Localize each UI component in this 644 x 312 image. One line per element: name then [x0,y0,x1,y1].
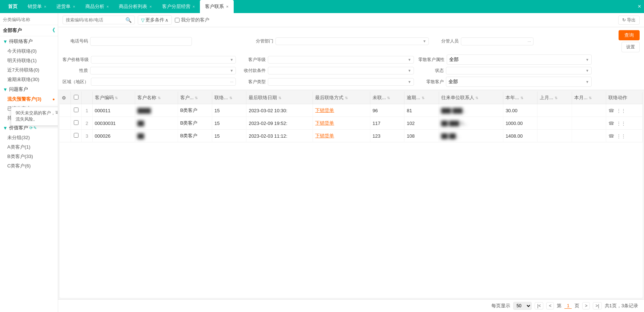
row-num: 3 [81,130,92,142]
filter-region-more[interactable]: ··· [230,80,233,84]
close-all-tabs[interactable]: × [638,3,641,10]
query-button[interactable]: 查询 [619,30,640,40]
filter-pay-terms-select[interactable]: ▼ [268,67,414,74]
row-checkbox[interactable] [71,117,81,130]
prev-page-btn[interactable]: < [546,302,554,309]
filter-phone-input[interactable] [90,37,192,46]
filter-dept-select[interactable]: ▼ [275,37,429,45]
group-value-edit-icon[interactable]: ✎ [33,126,37,130]
filter-person-select[interactable]: ··· [461,37,534,45]
sidebar-item-class-a[interactable]: A类客户(1) [0,142,58,152]
col-unit-contact[interactable]: 往来单位联系人 ⇅ [439,92,503,104]
action-contact-icon[interactable]: ☎ [608,108,614,113]
last-page-btn[interactable]: >| [593,302,601,309]
row-checkbox[interactable] [71,104,81,117]
row-code: 000026 [92,130,135,142]
export-button[interactable]: ↻ 导出 [618,16,640,25]
close-tab-analysis-list[interactable]: × [149,4,152,9]
search-input-icon[interactable]: 🔍 [125,17,132,23]
filter-person-label: 分管人员 [433,38,459,44]
select-all-checkbox[interactable] [74,95,79,100]
action-more-icon[interactable]: ⋮⋮ [616,121,626,126]
tab-purchase[interactable]: 进货单 × [51,0,80,13]
sidebar-all-customers[interactable]: 全部客户 《 [0,25,58,36]
sidebar-item-class-b[interactable]: B类客户(33) [0,152,58,161]
sidebar-collapse-icon[interactable]: 《 [50,27,55,34]
filter-zero-customer-select[interactable]: 全部 ▼ [446,77,592,87]
filter-person-more[interactable]: ··· [528,39,531,44]
close-tab-analysis[interactable]: × [106,4,109,9]
col-last-contact-method[interactable]: 最后联络方式 ⇅ [313,92,370,104]
action-contact-icon[interactable]: ☎ [608,121,614,126]
row-last-contact-method[interactable]: 下销货单 [313,104,370,117]
filter-price-level-select[interactable]: ▼ [91,56,236,64]
close-tab-purchase[interactable]: × [73,4,75,9]
sort-code-icon: ⇅ [115,96,118,100]
col-not-contact[interactable]: 未联... ⇅ [370,92,404,104]
filter-nature-select[interactable]: ▼ [90,67,236,74]
close-tab-sales[interactable]: × [44,4,46,9]
filter-customer-type-select[interactable]: ▼ [268,78,414,86]
filter-status-label: 状态 [418,68,444,74]
col-contact[interactable]: 联络... ⇅ [212,92,246,104]
next-page-btn[interactable]: > [582,302,590,309]
page-size-select[interactable]: 20 50 100 [513,302,532,310]
col-code[interactable]: 客户编码 ⇅ [92,92,135,104]
adv-filter-panel: 电话号码 分管部门 ▼ 分管人员 ··· [58,27,644,90]
col-this-year[interactable]: 本年... ⇅ [503,92,538,104]
close-tab-customer-segment[interactable]: × [193,4,195,9]
tab-sales[interactable]: 销货单 × [23,0,51,13]
col-overdue[interactable]: 逾期... ⇅ [404,92,439,104]
row-last-contact-date: 2023-02-09 19:52: [246,117,313,130]
tab-customer-segment[interactable]: 客户分层经营 × [157,0,200,13]
col-last-contact-date[interactable]: 最后联络日期 ⇅ [246,92,313,104]
sidebar-item-7days[interactable]: 近7天待联络(0) [0,65,58,75]
filter-region-select[interactable]: ··· [91,78,236,86]
filter-zero-attr-select[interactable]: 全部 ▼ [447,54,592,65]
col-name[interactable]: 客户名称 ⇅ [135,92,178,104]
close-tab-customer-contact[interactable]: × [226,4,228,9]
group-contact-arrow: ▼ [3,39,8,44]
sort-date-icon: ⇅ [278,96,281,100]
col-last-month[interactable]: 上月... ⇅ [538,92,572,104]
sidebar-item-tomorrow[interactable]: 明天待联络(1) [0,56,58,65]
churn-warning-dot: ● [52,97,55,101]
group-value-refresh-icon[interactable]: ⟳ [29,126,33,130]
sidebar-item-ungrouped[interactable]: 未分组(32) [0,133,58,142]
action-more-icon[interactable]: ⋮⋮ [616,133,626,139]
sidebar-group-contact[interactable]: ▼ 待联络客户 [0,36,58,46]
sidebar-item-churn-warning[interactable]: 流失预警客户(3) ● [0,94,58,104]
col-this-month[interactable]: 本月... ⇅ [572,92,606,104]
sidebar-search-input[interactable] [3,17,57,22]
funnel-icon: ▽ [141,17,145,23]
page-text: 第 [557,303,562,309]
col-level[interactable]: 客户... ⇅ [178,92,212,104]
row-last-contact-date: 2023-03-02 10:30: [246,104,313,117]
main-layout: 🔍 全部客户 《 ▼ 待联络客户 今天待联络(0) 明天待联络(1) 近7天待联… [0,13,644,312]
action-contact-icon[interactable]: ☎ [608,133,614,139]
row-checkbox[interactable] [71,130,81,142]
gear-settings-icon[interactable]: ⚙ [62,95,66,101]
filter-price-level: 客户价格等级 ▼ [63,56,236,64]
sidebar-group-problem[interactable]: ▼ 问题客户 [0,84,58,94]
tab-home[interactable]: 首页 [3,0,23,13]
row-last-contact-method[interactable]: 下销货单 [313,130,370,142]
tab-customer-contact[interactable]: 客户联系 × [200,0,233,13]
first-page-btn[interactable]: |< [535,302,543,309]
tab-analysis-list[interactable]: 商品分析列表 × [114,0,157,13]
row-last-contact-method[interactable]: 下销货单 [313,117,370,130]
current-page[interactable]: 1 [564,303,572,309]
filter-region: 区域（地区） ··· [63,78,236,86]
sidebar-item-overdue[interactable]: 逾期未联络(30) [0,75,58,84]
search-input[interactable] [66,17,124,23]
filter-status-select[interactable]: ▼ [446,67,592,74]
action-more-icon[interactable]: ⋮⋮ [616,108,626,113]
settings-button[interactable]: 设置 [621,42,640,52]
my-customers-checkbox[interactable] [175,18,180,23]
more-conditions-btn[interactable]: ▽ 更多条件 ∧ [138,15,172,25]
tab-analysis[interactable]: 商品分析 × [80,0,114,13]
row-not-contact: 96 [370,104,404,117]
filter-customer-level-select[interactable]: ▼ [268,56,414,64]
sidebar-item-class-c[interactable]: C类客户(6) [0,161,58,171]
sidebar-item-today[interactable]: 今天待联络(0) [0,46,58,56]
